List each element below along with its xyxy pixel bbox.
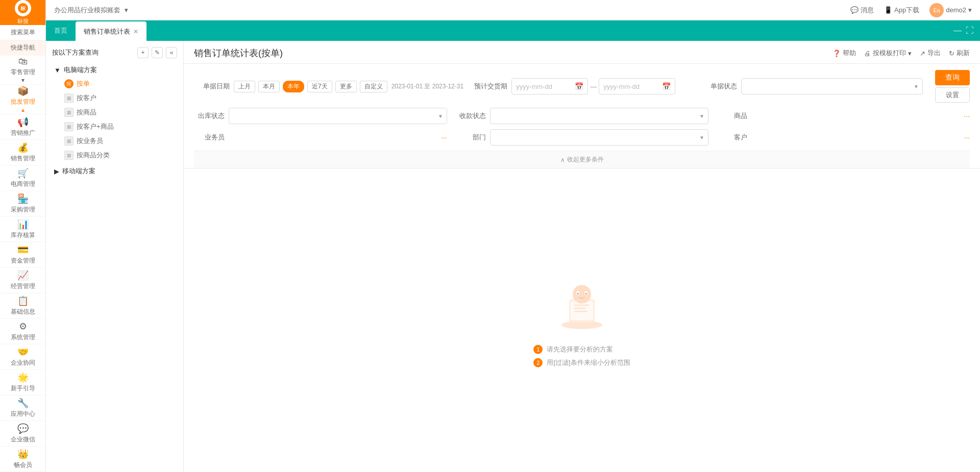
user-area[interactable]: Ea demo2 ▾	[929, 3, 972, 17]
inventory-icon: 📊	[17, 219, 29, 230]
tab-close-icon[interactable]: ✕	[133, 28, 138, 35]
ecommerce-icon: 🛒	[17, 168, 29, 179]
expected-date-field: 预计交货期 yyyy-mm-dd 📅 — yyyy-mm-dd 📅	[472, 78, 693, 95]
tree-item-by-category[interactable]: ▦ 按商品分类	[60, 148, 179, 162]
tree-children-pc: 按 按单 ▦ 按客户 ▦ 按商品 ▦ 按客户+商品 ▦ 按业务员	[50, 77, 179, 162]
print-btn[interactable]: 🖨 按模板打印 ▾	[864, 49, 912, 58]
ship-status-label: 出库状态	[194, 111, 225, 121]
app-download-btn[interactable]: 📱 App下载	[884, 6, 919, 15]
ship-status-select[interactable]	[229, 108, 447, 124]
tree-item-by-cust-prod[interactable]: ▦ 按客户+商品	[60, 120, 179, 134]
tab-sales-stats-label: 销售订单统计表	[84, 27, 130, 36]
topbar-dropdown[interactable]: ▾	[125, 6, 128, 14]
right-panel: 销售订单统计表(按单) ❓ 帮助 🖨 按模板打印 ▾ ↗ 导出	[184, 41, 980, 472]
edit-scheme-btn[interactable]: ✎	[152, 47, 163, 58]
topbar-title: 办公用品行业模拟账套	[54, 6, 120, 15]
payment-status-label: 收款状态	[455, 111, 486, 121]
sidebar-item-basic[interactable]: 📋 基础信息	[0, 293, 46, 319]
svg-rect-10	[574, 304, 590, 306]
sidebar-item-marketing[interactable]: 📢 营销推广	[0, 114, 46, 140]
filter-row-3: 业务员 ··· 部门 客户	[194, 129, 970, 146]
order-status-select[interactable]	[741, 78, 923, 95]
expected-end-input[interactable]: yyyy-mm-dd 📅	[599, 78, 675, 95]
basic-icon: 📋	[17, 295, 29, 306]
filter-row-2: 出库状态 收款状态	[194, 108, 970, 124]
guide-icon: 🌟	[17, 372, 29, 383]
tree-item-by-salesman[interactable]: ▦ 按业务员	[60, 134, 179, 148]
messages-btn[interactable]: 💬 消息	[850, 6, 874, 15]
customer-field: 客户 ···	[717, 133, 970, 142]
date-btn-more[interactable]: 更多	[335, 81, 357, 92]
marketing-icon: 📢	[17, 116, 29, 128]
sidebar-item-apps[interactable]: 🔧 应用中心	[0, 395, 46, 421]
date-btn-7days[interactable]: 近7天	[307, 81, 332, 92]
tab-sales-stats[interactable]: 销售订单统计表 ✕	[76, 21, 146, 42]
collapse-panel-btn[interactable]: «	[166, 47, 177, 58]
retail-icon: 🛍	[18, 56, 28, 67]
tree-item-by-order[interactable]: 按 按单	[60, 77, 179, 91]
expected-start-input[interactable]: yyyy-mm-dd 📅	[511, 78, 588, 95]
tab-minimize-btn[interactable]: —	[953, 26, 962, 35]
tab-maximize-btn[interactable]: ⛶	[966, 26, 974, 35]
order-status-field: 单据状态	[701, 78, 923, 95]
sidebar-item-member[interactable]: 👑 畅会员	[0, 446, 46, 472]
goods-input-wrapper: ···	[751, 112, 970, 120]
filter-row-1: 单据日期 上月 本月 本年 近7天 更多 自定义 2023-01-01 至 20…	[194, 70, 970, 103]
export-btn[interactable]: ↗ 导出	[920, 49, 941, 58]
date-btn-this-month[interactable]: 本月	[258, 81, 280, 92]
tree-item-by-product[interactable]: ▦ 按商品	[60, 105, 179, 120]
query-buttons: 查询 设置	[935, 70, 970, 103]
tab-home[interactable]: 首页	[46, 20, 76, 41]
sidebar-item-purchase[interactable]: 🏪 采购管理	[0, 191, 46, 217]
quick-nav[interactable]: 快捷导航	[0, 40, 46, 56]
customer-dots-btn[interactable]: ···	[964, 133, 970, 141]
page-actions: ❓ 帮助 🖨 按模板打印 ▾ ↗ 导出 ↻ 刷新	[832, 49, 970, 58]
left-panel-header: 按以下方案查询 + ✎ «	[50, 47, 179, 58]
left-panel-title: 按以下方案查询	[52, 48, 99, 57]
sidebar-item-guide[interactable]: 🌟 新手引导	[0, 370, 46, 395]
sidebar-item-inventory[interactable]: 📊 库存核算	[0, 217, 46, 242]
date-btn-last-month[interactable]: 上月	[234, 81, 255, 92]
operation-icon: 📈	[17, 270, 29, 281]
settings-btn[interactable]: 设置	[935, 87, 970, 103]
expected-date-picker: yyyy-mm-dd 📅 — yyyy-mm-dd 📅	[511, 78, 675, 95]
date-btn-custom[interactable]: 自定义	[360, 81, 387, 92]
tree-section-pc-label: 电脑端方案	[64, 65, 97, 75]
help-btn[interactable]: ❓ 帮助	[832, 49, 856, 58]
topbar-right: 💬 消息 📱 App下载 Ea demo2 ▾	[850, 3, 972, 17]
sidebar-item-system[interactable]: ⚙ 系统管理	[0, 319, 46, 344]
salesman-dots-btn[interactable]: ···	[441, 133, 447, 141]
sidebar-item-ecommerce[interactable]: 🛒 电商管理	[0, 166, 46, 191]
collapse-bar[interactable]: ∧ 收起更多条件	[194, 151, 970, 168]
date-btn-this-year[interactable]: 本年	[283, 81, 304, 92]
collapse-label: 收起更多条件	[567, 155, 604, 164]
sidebar-item-wholesale[interactable]: 📦 批发管理 ▴	[0, 85, 46, 114]
app-download-label: App下载	[894, 6, 919, 15]
sidebar-item-retail[interactable]: 🛍 零售管理 ▾	[0, 56, 46, 85]
dept-select[interactable]	[490, 129, 708, 146]
tree-section-mobile[interactable]: ▶ 移动端方案	[50, 164, 179, 178]
empty-tips: 1 请先选择要分析的方案 2 用[过滤]条件来缩小分析范围	[533, 345, 630, 367]
sidebar-item-enterprise[interactable]: 🤝 企业协同	[0, 344, 46, 370]
tree-item-by-product-label: 按商品	[77, 108, 96, 117]
mobile-icon: 📱	[884, 6, 892, 14]
tree-section-pc[interactable]: ▼ 电脑端方案	[50, 63, 179, 77]
payment-status-field: 收款状态	[455, 108, 708, 124]
print-dropdown-icon: ▾	[908, 50, 912, 57]
goods-dots-btn[interactable]: ···	[964, 112, 970, 120]
avatar: Ea	[929, 3, 944, 17]
salesman-input-wrapper: ···	[229, 133, 447, 141]
sidebar-item-finance[interactable]: 💳 资金管理	[0, 242, 46, 268]
salesman-label: 业务员	[194, 133, 225, 142]
tree-item-by-customer[interactable]: ▦ 按客户	[60, 91, 179, 105]
search-menu[interactable]: 搜索菜单	[0, 25, 46, 40]
sidebar-item-sales[interactable]: 💰 销售管理	[0, 140, 46, 166]
add-scheme-btn[interactable]: +	[137, 47, 149, 58]
sidebar-item-wechat[interactable]: 💬 企业微信	[0, 421, 46, 446]
query-btn[interactable]: 查询	[935, 70, 970, 85]
refresh-btn[interactable]: ↻ 刷新	[949, 49, 970, 58]
help-label: 帮助	[843, 49, 856, 58]
sidebar-item-operation[interactable]: 📈 经营管理	[0, 268, 46, 293]
apps-icon: 🔧	[17, 397, 29, 409]
payment-status-select[interactable]	[490, 108, 708, 124]
